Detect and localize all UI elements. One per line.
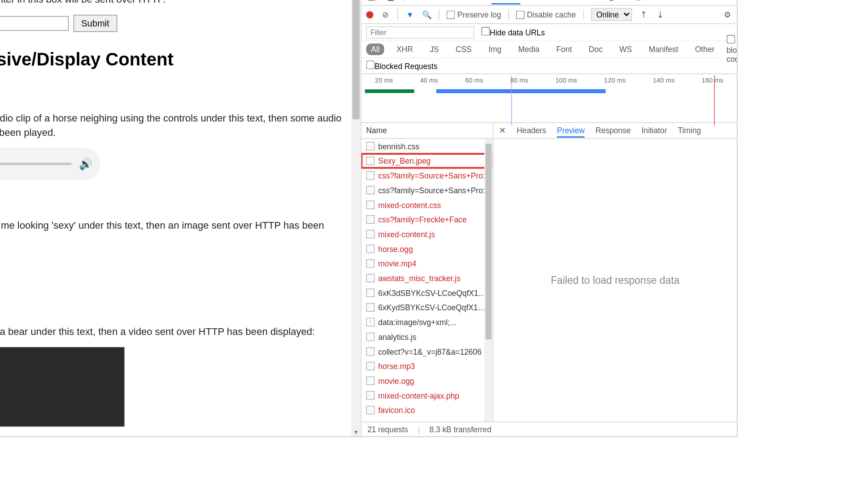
file-icon [366, 230, 375, 239]
volume-icon[interactable]: 🔊 [79, 157, 92, 171]
file-icon [366, 362, 375, 370]
file-icon [366, 244, 375, 253]
filter-type-doc[interactable]: Doc [584, 43, 607, 55]
filter-type-img[interactable]: Img [483, 43, 506, 55]
tab-network[interactable]: Network [492, 0, 520, 4]
request-row[interactable]: Sexy_Ben.jpeg [361, 153, 493, 168]
video-text: If you see a video of a bear under this … [0, 325, 343, 339]
tab-response[interactable]: Response [596, 124, 631, 138]
network-waterfall[interactable]: 20 ms40 ms60 ms80 ms100 ms120 ms140 ms16… [361, 74, 737, 123]
warning-badge[interactable]: !8 [634, 0, 649, 0]
audio-text: If you can play an audio clip of a horse… [0, 111, 343, 139]
request-row[interactable]: css?family=Source+Sans+Pro: [361, 168, 493, 183]
request-row[interactable]: mixed-content.css [361, 197, 493, 212]
filter-type-css[interactable]: CSS [451, 43, 476, 55]
waterfall-marker [714, 75, 715, 126]
file-icon [366, 215, 375, 224]
hide-data-urls-checkbox[interactable]: Hide data URLs [481, 27, 544, 37]
search-icon[interactable]: 🔍 [422, 9, 431, 19]
file-icon [366, 333, 375, 341]
audio-player[interactable]: ▶ 0:00 / 0:00 🔊 [0, 148, 100, 181]
upload-icon[interactable]: ⤒ [639, 9, 648, 19]
settings-icon[interactable]: ⚙ [683, 0, 694, 2]
submit-button[interactable]: Submit [74, 15, 117, 32]
device-icon[interactable] [385, 0, 396, 2]
filter-type-all[interactable]: All [366, 43, 385, 55]
request-row[interactable]: !data:image/svg+xml;... [361, 315, 493, 330]
request-row[interactable]: horse.ogg [361, 242, 493, 256]
file-icon [366, 259, 375, 268]
filter-type-media[interactable]: Media [513, 43, 544, 55]
filter-type-font[interactable]: Font [552, 43, 577, 55]
throttle-select[interactable]: Online [591, 8, 632, 21]
request-row[interactable]: css?family=Source+Sans+Pro: [361, 183, 493, 198]
request-row[interactable]: 6xKydSBYKcSV-LCoeQqfX1RY. [361, 300, 493, 315]
detail-body: Failed to load response data [493, 139, 737, 422]
tab-console[interactable]: Console [454, 0, 483, 4]
file-icon [366, 274, 375, 282]
close-detail-icon[interactable]: ✕ [499, 126, 506, 135]
audio-track[interactable] [0, 163, 72, 165]
status-transferred: 8.3 kB transferred [429, 425, 491, 434]
filter-type-js[interactable]: JS [425, 43, 444, 55]
inspect-icon[interactable] [366, 0, 377, 2]
audio-heading: Audio [0, 86, 343, 101]
filter-type-manifest[interactable]: Manifest [644, 43, 683, 55]
reqlist-scrollbar[interactable] [484, 139, 493, 422]
password-input[interactable] [0, 16, 69, 30]
message-badge[interactable]: ▤22 [657, 0, 674, 0]
record-button[interactable] [366, 11, 374, 18]
browser-window: gHacks Technology News × test ssl errors… [0, 0, 738, 437]
close-devtools-icon[interactable]: ✕ [721, 0, 732, 2]
request-row[interactable]: 6xK3dSBYKcSV-LCoeQqfX1RY. [361, 286, 493, 300]
video-player[interactable] [0, 347, 124, 426]
kebab-icon[interactable]: ⋮ [702, 0, 713, 2]
request-row[interactable]: movie.ogg [361, 374, 493, 388]
waterfall-bar [436, 89, 605, 93]
request-row[interactable]: mixed-content-ajax.php [361, 388, 493, 403]
clear-icon[interactable]: ⊘ [381, 9, 390, 19]
request-row[interactable]: favicon.ico [361, 403, 493, 417]
scroll-down-icon[interactable]: ▾ [351, 426, 361, 436]
preserve-log-checkbox[interactable]: Preserve log [447, 10, 501, 19]
network-filter-input[interactable] [366, 26, 474, 38]
tab-headers[interactable]: Headers [517, 124, 546, 138]
file-icon [366, 156, 375, 165]
network-detail-panel: ✕ Headers Preview Response Initiator Tim… [493, 123, 737, 421]
network-settings-icon[interactable]: ⚙ [722, 9, 732, 19]
download-icon[interactable]: ⤓ [656, 9, 665, 19]
svg-rect-3 [388, 0, 393, 0]
page-viewport: Any password you enter in this box will … [0, 0, 361, 436]
tab-initiator[interactable]: Initiator [641, 124, 667, 138]
request-row[interactable]: movie.mp4 [361, 256, 493, 271]
page-h1: Mixed Passive/Display Content [0, 49, 343, 70]
file-icon [366, 377, 375, 385]
scroll-thumb[interactable] [486, 144, 492, 339]
request-row[interactable]: horse.mp3 [361, 359, 493, 374]
image-heading: Image [0, 193, 343, 209]
file-icon [366, 186, 375, 195]
request-row[interactable]: awstats_misc_tracker.js [361, 271, 493, 286]
request-row[interactable]: analytics.js [361, 330, 493, 344]
request-row[interactable]: css?family=Freckle+Face [361, 212, 493, 227]
blocked-requests-checkbox[interactable]: Blocked Requests [366, 61, 438, 71]
error-badge[interactable]: ✕14 [607, 0, 626, 0]
scroll-thumb[interactable] [352, 0, 360, 119]
filter-type-ws[interactable]: WS [614, 43, 636, 55]
filter-icon[interactable]: ▼ [405, 9, 414, 19]
filter-type-xhr[interactable]: XHR [392, 43, 418, 55]
tab-preview[interactable]: Preview [557, 124, 585, 138]
request-row[interactable]: bennish.css [361, 139, 493, 154]
reqlist-header[interactable]: Name [361, 123, 493, 139]
tab-timing[interactable]: Timing [678, 124, 701, 138]
page-scrollbar[interactable]: ▴ ▾ [351, 0, 361, 436]
file-icon [366, 406, 375, 414]
filter-type-other[interactable]: Other [690, 43, 719, 55]
request-row[interactable]: collect?v=1&_v=j87&a=12606 [361, 344, 493, 359]
file-icon [366, 288, 375, 297]
more-tabs-icon[interactable]: » [528, 0, 539, 2]
disable-cache-checkbox[interactable]: Disable cache [516, 10, 576, 19]
file-icon [366, 303, 375, 312]
request-row[interactable]: mixed-content.js [361, 227, 493, 242]
tab-elements[interactable]: Elements [413, 0, 446, 4]
